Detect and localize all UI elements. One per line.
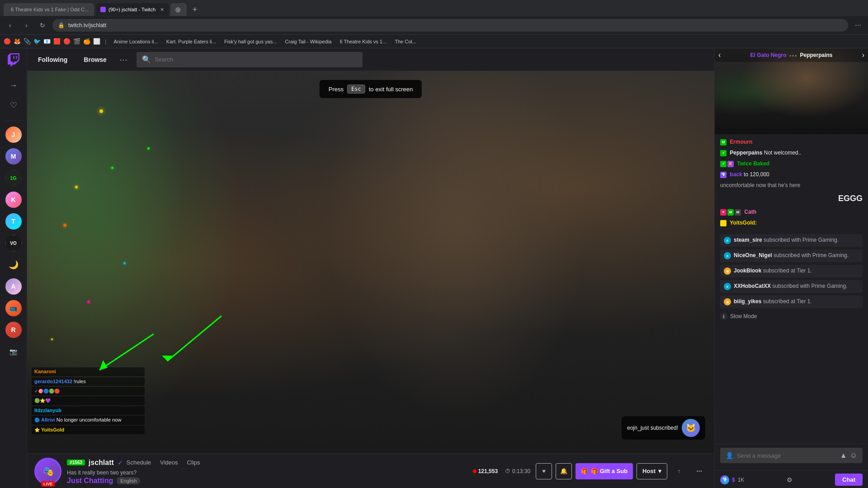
mini-next-button[interactable]: › bbox=[862, 51, 864, 59]
ext-icon-2[interactable]: 🦊 bbox=[14, 38, 21, 45]
chat-upload-icon[interactable]: ▲ bbox=[840, 451, 847, 460]
bookmark-theatre[interactable]: 6 Theatre Kids vs 1... bbox=[337, 38, 389, 45]
sidebar-channel-1g[interactable]: 1G bbox=[4, 168, 24, 188]
sub-notice-icon-jook: ★ bbox=[724, 267, 731, 275]
sidebar-channel-5[interactable]: A bbox=[4, 277, 24, 296]
address-input[interactable]: 🔒 twitch.tv/jschlatt bbox=[52, 19, 848, 32]
more-nav-button[interactable]: ⋯ bbox=[119, 55, 127, 65]
tab-1[interactable]: 6 Theatre Kids vs 1 Fake | Odd C... ✕ bbox=[4, 3, 94, 16]
sidebar-channel-4[interactable]: T bbox=[4, 211, 24, 231]
cath-username[interactable]: Cath bbox=[744, 209, 756, 215]
ext-icon-1[interactable]: 🔴 bbox=[4, 38, 11, 45]
chat-send-button[interactable]: Chat bbox=[835, 474, 863, 486]
overlay-icons: ✓🎯🔵🟢🔴 bbox=[34, 389, 60, 394]
stream-category[interactable]: Just Chatting bbox=[67, 477, 113, 485]
sub-username-jook[interactable]: JookBlook bbox=[734, 267, 761, 274]
sidebar-favorites-button[interactable]: ♡ bbox=[4, 95, 24, 115]
avatar-3-image: K bbox=[5, 192, 22, 208]
bookmark-anime-label: Anime Locations li... bbox=[113, 39, 158, 44]
sub-username-biiig[interactable]: biiig_yikes bbox=[734, 298, 761, 305]
chat-input[interactable] bbox=[737, 452, 836, 459]
twitch-topnav: Following Browse ⋯ 🔍 bbox=[27, 48, 714, 71]
channel-avatar[interactable]: 🎭 bbox=[34, 458, 61, 485]
schedule-link[interactable]: Schedule bbox=[127, 457, 151, 468]
overlay-user-7: YoitsGold bbox=[41, 427, 64, 432]
ext-icon-4[interactable]: 🐦 bbox=[33, 38, 41, 45]
video-container[interactable]: Kanaroni gerardo1241432 !rules ✓🎯🔵🟢🔴 🟢⭐💜 bbox=[27, 71, 714, 453]
refresh-button[interactable]: ↻ bbox=[36, 19, 49, 32]
ext-icon-5[interactable]: 📧 bbox=[43, 38, 51, 45]
twicebaked-username[interactable]: Twice Baked bbox=[737, 160, 769, 167]
forward-button[interactable]: › bbox=[20, 19, 33, 32]
channel-name[interactable]: jschlatt bbox=[89, 459, 114, 467]
avatar-2-image: M bbox=[5, 148, 22, 164]
host-button[interactable]: Host ▾ bbox=[637, 463, 667, 479]
tab-3[interactable]: ⊕ bbox=[170, 3, 187, 16]
search-bar[interactable]: 🔍 bbox=[137, 52, 363, 67]
sidebar-channel-6[interactable]: 📺 bbox=[4, 298, 24, 318]
sub-badge-tb: ✓ bbox=[720, 161, 726, 167]
search-icon: 🔍 bbox=[142, 55, 151, 64]
bookmark-kart[interactable]: Kart. Purple Eaters li... bbox=[164, 38, 219, 45]
video-chat-overlay: Kanaroni gerardo1241432 !rules ✓🎯🔵🟢🔴 🟢⭐💜 bbox=[32, 367, 145, 435]
lang-badge: English bbox=[117, 477, 140, 484]
back-username[interactable]: back bbox=[730, 171, 742, 178]
chat-messages[interactable]: M Ermourn ✓ Pepperpains Not welcomed.. bbox=[715, 134, 868, 444]
videos-link[interactable]: Videos bbox=[160, 457, 178, 468]
pepperpains-username[interactable]: Pepperpains bbox=[730, 150, 762, 156]
search-input[interactable] bbox=[155, 56, 357, 63]
sidebar-channel-2[interactable]: M bbox=[4, 146, 24, 166]
back-button[interactable]: ‹ bbox=[4, 19, 16, 32]
browse-link[interactable]: Browse bbox=[80, 53, 110, 66]
ext-icon-8[interactable]: 🎬 bbox=[73, 38, 80, 45]
avatar-vo: VO bbox=[5, 235, 22, 251]
sub-notice-xxhobo: ≡ XXHoboCatXX subscribed with Prime Gami… bbox=[720, 280, 863, 293]
tab-1-close[interactable]: ✕ bbox=[93, 7, 94, 13]
ext-icon-10[interactable]: ⬜ bbox=[93, 38, 100, 45]
gift-sub-button[interactable]: 🎁 🎁 Gift a Sub bbox=[576, 463, 633, 479]
mini-prev-button[interactable]: ‹ bbox=[718, 51, 721, 59]
new-tab-button[interactable]: + bbox=[189, 3, 201, 16]
sidebar-collapse-button[interactable]: → bbox=[4, 75, 24, 95]
bookmark-craig[interactable]: Craig Tail - Wikipedia bbox=[282, 38, 334, 45]
yoitsgold-username[interactable]: YoitsGold: bbox=[730, 220, 757, 226]
ext-icon-6[interactable]: 🟥 bbox=[53, 38, 61, 45]
chat-settings-button[interactable]: ⚙ bbox=[787, 476, 793, 483]
cath-badges: ♥ M M bbox=[720, 209, 741, 216]
more-options-button[interactable]: ⋯ bbox=[691, 463, 707, 479]
bookmark-col[interactable]: The Col... bbox=[392, 38, 419, 45]
sidebar-channel-vo[interactable]: VO bbox=[4, 233, 24, 253]
sidebar-channel-7[interactable]: R bbox=[4, 320, 24, 340]
ext-icon-7[interactable]: 🔴 bbox=[63, 38, 71, 45]
stream-title: Has it really been two years? bbox=[67, 469, 467, 476]
yoitsgold-badges: 🌟 bbox=[720, 220, 726, 226]
sidebar-video-button[interactable]: 📷 bbox=[4, 342, 24, 361]
bookmark-fisk[interactable]: Fisk'y hall got gus yas... bbox=[222, 38, 279, 45]
overlay-user-2: gerardo1241432 bbox=[34, 379, 72, 384]
ext-icon-9[interactable]: 🍊 bbox=[83, 38, 90, 45]
bookmark-anime[interactable]: Anime Locations li... bbox=[111, 38, 160, 45]
chat-emote-icon[interactable]: ☺ bbox=[850, 451, 857, 460]
twitch-logo[interactable] bbox=[5, 52, 22, 68]
extensions-button[interactable]: ⋯ bbox=[852, 19, 864, 32]
sub-username-xxhobo[interactable]: XXHoboCatXX bbox=[734, 283, 771, 289]
ermourn-username[interactable]: Ermourn bbox=[730, 139, 752, 145]
tab-2-close[interactable]: ✕ bbox=[160, 7, 164, 13]
clips-link[interactable]: Clips bbox=[187, 457, 200, 468]
bell-button[interactable]: 🔔 bbox=[556, 463, 572, 479]
share-button[interactable]: ↑ bbox=[671, 463, 687, 479]
stream-nav-links: Schedule Videos Clips bbox=[127, 457, 200, 468]
sub-username-steam[interactable]: steam_sire bbox=[734, 237, 762, 243]
mod-badge-cath2: M bbox=[735, 209, 741, 216]
tab-1-label: 6 Theatre Kids vs 1 Fake | Odd C... bbox=[11, 7, 89, 12]
sub-username-niceonenig[interactable]: NiceOne_Nigel bbox=[734, 252, 772, 258]
esc-overlay: Press Esc to exit full screen bbox=[320, 80, 422, 98]
tab-2[interactable]: (90+) jschlatt - Twitch ✕ bbox=[96, 3, 169, 16]
ext-icon-3[interactable]: 📎 bbox=[24, 38, 31, 45]
sub-notice-text-biiig: biiig_yikes subscribed at Tier 1. bbox=[734, 298, 812, 305]
sidebar-channel-3[interactable]: K bbox=[4, 190, 24, 210]
heart-button[interactable]: ♥ bbox=[536, 463, 552, 479]
following-link[interactable]: Following bbox=[34, 53, 71, 66]
sidebar-nightmode-button[interactable]: 🌙 bbox=[4, 255, 24, 275]
sidebar-channel-1[interactable]: J bbox=[4, 125, 24, 145]
